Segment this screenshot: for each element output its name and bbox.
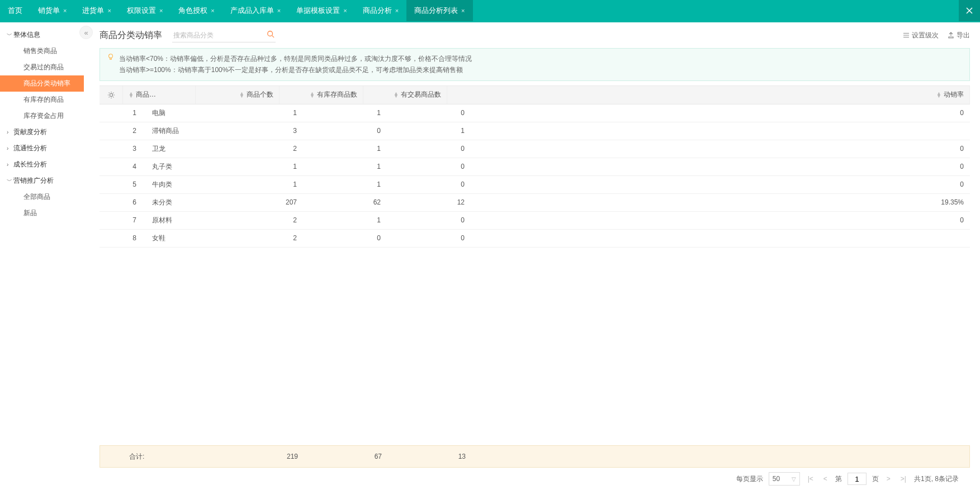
- col-header-stock[interactable]: ▲▼有库存商品数: [280, 86, 363, 104]
- sidebar-group-header[interactable]: ›流通性分析: [0, 140, 84, 156]
- cell-rate: [471, 122, 970, 140]
- cell-count: 1: [219, 104, 303, 122]
- page-last-button[interactable]: >|: [898, 475, 908, 483]
- tab-close-icon[interactable]: ×: [343, 7, 347, 14]
- sidebar-group-header[interactable]: ›贡献度分析: [0, 124, 84, 140]
- col-header-name[interactable]: ▲▼商品…: [123, 86, 196, 104]
- cell-rate: 0: [471, 212, 970, 229]
- tab-close-icon[interactable]: ×: [277, 7, 281, 14]
- tip-line-2: 当动销率>=100%：动销率高于100%不一定是好事，分析是否存在缺货或是品类不…: [119, 64, 472, 75]
- top-tab[interactable]: 销货单×: [30, 0, 74, 21]
- table-row[interactable]: 8女鞋200: [100, 230, 970, 248]
- col-header-trade[interactable]: ▲▼有交易商品数: [363, 86, 447, 104]
- top-tab[interactable]: 产成品入库单×: [222, 0, 288, 21]
- main-panel: 商品分类动销率 设置级次 导出: [84, 22, 980, 490]
- tab-label: 角色授权: [178, 6, 207, 16]
- tab-close-icon[interactable]: ×: [159, 7, 163, 14]
- page-first-button[interactable]: |<: [806, 475, 816, 483]
- top-tab[interactable]: 商品分析×: [355, 0, 406, 21]
- chevron-right-icon: ›: [7, 161, 13, 168]
- top-tab[interactable]: 首页: [0, 0, 30, 21]
- export-button[interactable]: 导出: [948, 31, 970, 40]
- sidebar-item[interactable]: 全部商品: [0, 189, 84, 205]
- sidebar-item[interactable]: 新品: [0, 205, 84, 221]
- page-next-button[interactable]: >: [884, 475, 893, 483]
- svg-point-7: [110, 93, 112, 96]
- tab-label: 首页: [8, 6, 22, 16]
- cell-rate: 0: [471, 176, 970, 193]
- search-input[interactable]: [172, 28, 276, 42]
- cell-stock: 62: [303, 194, 387, 211]
- page-input[interactable]: [848, 473, 867, 485]
- svg-rect-4: [903, 37, 909, 37]
- cell-stock: 0: [303, 122, 387, 140]
- sidebar-item[interactable]: 库存资金占用: [0, 108, 84, 124]
- tab-close-icon[interactable]: ×: [211, 7, 214, 14]
- sidebar-collapse-button[interactable]: «: [79, 26, 93, 39]
- summary-row: 合计: 219 67 13: [100, 445, 970, 468]
- table-row[interactable]: 4丸子类1100: [100, 158, 970, 176]
- close-all-tabs-button[interactable]: [959, 0, 980, 21]
- cell-count: 2: [219, 230, 303, 247]
- summary-stock: 67: [304, 453, 387, 460]
- sidebar: « ﹀整体信息销售类商品交易过的商品商品分类动销率有库存的商品库存资金占用›贡献…: [0, 22, 84, 490]
- table-row[interactable]: 6未分类207621219.35%: [100, 194, 970, 212]
- table-settings-button[interactable]: [100, 86, 123, 104]
- chevron-down-icon: ﹀: [7, 177, 13, 185]
- svg-line-1: [272, 36, 274, 38]
- top-tab[interactable]: 单据模板设置×: [288, 0, 354, 21]
- tab-label: 商品分析: [363, 6, 392, 16]
- sort-icon: ▲▼: [129, 92, 134, 98]
- cell-stock: 1: [303, 158, 387, 175]
- cell-count: 2: [219, 140, 303, 158]
- row-index: 1: [123, 104, 146, 122]
- page-prev-button[interactable]: <: [821, 475, 830, 483]
- sidebar-group-header[interactable]: ﹀营销推广分析: [0, 173, 84, 189]
- tab-label: 权限设置: [127, 6, 156, 16]
- table-row[interactable]: 1电脑1100: [100, 104, 970, 122]
- sidebar-group-title: 营销推广分析: [13, 176, 54, 185]
- cell-count: 2: [219, 212, 303, 229]
- top-tab-bar: 首页销货单×进货单×权限设置×角色授权×产成品入库单×单据模板设置×商品分析×商…: [0, 0, 980, 21]
- top-tab[interactable]: 进货单×: [74, 0, 119, 21]
- table-row[interactable]: 2滞销商品301: [100, 122, 970, 140]
- sort-icon: ▲▼: [394, 92, 399, 98]
- per-page-select[interactable]: 50 ▽: [769, 472, 800, 486]
- cell-name: 电脑: [146, 104, 219, 122]
- search-icon[interactable]: [267, 30, 274, 38]
- sidebar-group-header[interactable]: ›成长性分析: [0, 156, 84, 173]
- sidebar-item[interactable]: 有库存的商品: [0, 92, 84, 108]
- sidebar-item[interactable]: 商品分类动销率: [0, 75, 84, 92]
- summary-trade: 13: [387, 453, 471, 460]
- tab-close-icon[interactable]: ×: [107, 7, 111, 14]
- tab-label: 商品分析列表: [414, 6, 458, 16]
- cell-rate: 0: [471, 140, 970, 158]
- sidebar-group-header[interactable]: ﹀整体信息: [0, 27, 84, 43]
- cell-stock: 1: [303, 176, 387, 193]
- tab-close-icon[interactable]: ×: [395, 7, 399, 14]
- cell-name: 原材料: [146, 212, 219, 229]
- cell-name: 卫龙: [146, 140, 219, 158]
- sidebar-item[interactable]: 销售类商品: [0, 43, 84, 59]
- row-index: 5: [123, 176, 146, 193]
- col-header-count[interactable]: ▲▼商品个数: [196, 86, 280, 104]
- tab-close-icon[interactable]: ×: [461, 7, 465, 14]
- top-tab[interactable]: 商品分析列表×: [406, 0, 472, 21]
- pagination-bar: 每页显示 50 ▽ |< < 第 页 > >| 共1页, 8条记录: [100, 468, 970, 490]
- set-level-button[interactable]: 设置级次: [903, 31, 939, 40]
- tab-close-icon[interactable]: ×: [63, 7, 67, 14]
- cell-count: 1: [219, 158, 303, 175]
- table-row[interactable]: 7原材料2100: [100, 212, 970, 230]
- top-tab[interactable]: 角色授权×: [171, 0, 222, 21]
- row-index: 3: [123, 140, 146, 158]
- cell-trade: 0: [387, 140, 471, 158]
- table-row[interactable]: 3卫龙2100: [100, 140, 970, 158]
- tab-label: 销货单: [38, 6, 60, 16]
- info-tip-box: 当动销率<70%：动销率偏低，分析是否存在品种过多，特别是同质同类品种过多，或淘…: [100, 48, 970, 81]
- top-tab[interactable]: 权限设置×: [119, 0, 171, 21]
- table-row[interactable]: 5牛肉类1100: [100, 176, 970, 194]
- sidebar-item[interactable]: 交易过的商品: [0, 59, 84, 75]
- col-header-rate[interactable]: ▲▼动销率: [447, 86, 970, 104]
- cell-trade: 1: [387, 122, 471, 140]
- chevron-down-icon: ﹀: [7, 31, 13, 39]
